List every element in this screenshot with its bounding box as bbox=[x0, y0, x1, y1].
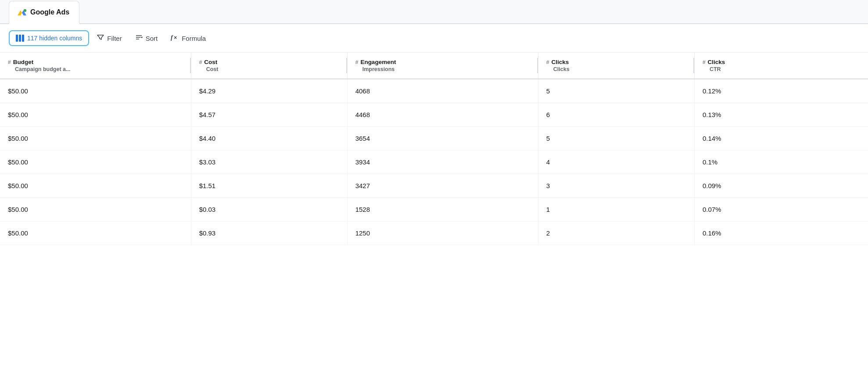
columns-icon bbox=[16, 35, 24, 42]
tab-bar: Google Ads bbox=[0, 0, 868, 24]
cell-impressions-row0: 4068 bbox=[347, 79, 538, 103]
hidden-columns-button[interactable]: 117 hidden columns bbox=[9, 30, 89, 46]
svg-text:×: × bbox=[174, 35, 177, 41]
table-row: $50.00$3.03393440.1% bbox=[0, 150, 868, 174]
col-header-ctr[interactable]: # Clicks CTR bbox=[694, 53, 868, 79]
formula-icon: f × bbox=[171, 34, 179, 43]
col-header-clicks[interactable]: # Clicks Clicks bbox=[538, 53, 694, 79]
cell-impressions-row4: 3427 bbox=[347, 174, 538, 198]
col-top-ctr: Clicks bbox=[708, 59, 725, 65]
table-row: $50.00$4.57446860.13% bbox=[0, 103, 868, 127]
cell-clicks-row4: 3 bbox=[538, 174, 694, 198]
cell-impressions-row1: 4468 bbox=[347, 103, 538, 127]
cell-impressions-row6: 1250 bbox=[347, 221, 538, 245]
svg-marker-0 bbox=[18, 10, 22, 15]
cell-ctr-row3: 0.1% bbox=[694, 150, 868, 174]
cell-clicks-row6: 2 bbox=[538, 221, 694, 245]
tab-label: Google Ads bbox=[30, 8, 69, 16]
col-header-budget[interactable]: # Budget Campaign budget a... bbox=[0, 53, 191, 79]
cell-clicks-row0: 5 bbox=[538, 79, 694, 103]
cell-clicks-row3: 4 bbox=[538, 150, 694, 174]
sort-button[interactable]: Sort bbox=[130, 30, 163, 46]
cell-ctr-row4: 0.09% bbox=[694, 174, 868, 198]
col-type-icon-cost: # bbox=[199, 59, 202, 65]
cell-cost-row5: $0.03 bbox=[191, 198, 347, 221]
sort-icon bbox=[135, 34, 143, 43]
col-top-clicks: Clicks bbox=[552, 59, 569, 65]
cell-budget-row4: $50.00 bbox=[0, 174, 191, 198]
table-row: $50.00$4.40365450.14% bbox=[0, 127, 868, 150]
col-type-icon-ctr: # bbox=[703, 59, 706, 65]
filter-icon bbox=[97, 34, 104, 43]
cell-clicks-row1: 6 bbox=[538, 103, 694, 127]
col-sub-ctr: CTR bbox=[703, 66, 860, 72]
cell-ctr-row1: 0.13% bbox=[694, 103, 868, 127]
cell-ctr-row6: 0.16% bbox=[694, 221, 868, 245]
col-sub-budget: Campaign budget a... bbox=[8, 66, 183, 72]
tab-google-ads[interactable]: Google Ads bbox=[9, 1, 79, 24]
cell-ctr-row0: 0.12% bbox=[694, 79, 868, 103]
cell-cost-row0: $4.29 bbox=[191, 79, 347, 103]
cell-budget-row1: $50.00 bbox=[0, 103, 191, 127]
cell-clicks-row5: 1 bbox=[538, 198, 694, 221]
cell-impressions-row3: 3934 bbox=[347, 150, 538, 174]
filter-button[interactable]: Filter bbox=[92, 30, 127, 46]
cell-cost-row4: $1.51 bbox=[191, 174, 347, 198]
col-sub-clicks: Clicks bbox=[546, 66, 686, 72]
cell-budget-row3: $50.00 bbox=[0, 150, 191, 174]
col-type-icon-clicks: # bbox=[546, 59, 549, 65]
col-type-icon-budget: # bbox=[8, 59, 11, 65]
cell-budget-row6: $50.00 bbox=[0, 221, 191, 245]
svg-point-2 bbox=[24, 9, 26, 12]
cell-cost-row2: $4.40 bbox=[191, 127, 347, 150]
cell-ctr-row2: 0.14% bbox=[694, 127, 868, 150]
cell-clicks-row2: 5 bbox=[538, 127, 694, 150]
table-row: $50.00$4.29406850.12% bbox=[0, 79, 868, 103]
col-top-budget: Budget bbox=[13, 59, 34, 65]
table-row: $50.00$0.03152810.07% bbox=[0, 198, 868, 221]
cell-cost-row3: $3.03 bbox=[191, 150, 347, 174]
col-header-cost[interactable]: # Cost Cost bbox=[191, 53, 347, 79]
cell-ctr-row5: 0.07% bbox=[694, 198, 868, 221]
cell-budget-row2: $50.00 bbox=[0, 127, 191, 150]
cell-impressions-row5: 1528 bbox=[347, 198, 538, 221]
col-header-engagement[interactable]: # Engagement Impressions bbox=[347, 53, 538, 79]
col-type-icon-engagement: # bbox=[355, 59, 359, 65]
cell-impressions-row2: 3654 bbox=[347, 127, 538, 150]
filter-label: Filter bbox=[107, 35, 122, 42]
cell-budget-row5: $50.00 bbox=[0, 198, 191, 221]
cell-budget-row0: $50.00 bbox=[0, 79, 191, 103]
toolbar: 117 hidden columns Filter Sort f × bbox=[0, 24, 868, 53]
data-table-container: # Budget Campaign budget a... # Cost Cos… bbox=[0, 53, 868, 245]
hidden-columns-label: 117 hidden columns bbox=[27, 35, 82, 42]
col-top-cost: Cost bbox=[204, 59, 217, 65]
cell-cost-row1: $4.57 bbox=[191, 103, 347, 127]
col-sub-cost: Cost bbox=[199, 66, 339, 72]
formula-label: Formula bbox=[182, 35, 206, 42]
svg-text:f: f bbox=[171, 34, 173, 41]
sort-label: Sort bbox=[146, 35, 158, 42]
col-sub-engagement: Impressions bbox=[355, 66, 530, 72]
google-ads-icon bbox=[17, 7, 27, 17]
table-header-row: # Budget Campaign budget a... # Cost Cos… bbox=[0, 53, 868, 79]
col-top-engagement: Engagement bbox=[360, 59, 396, 65]
data-table: # Budget Campaign budget a... # Cost Cos… bbox=[0, 53, 868, 245]
table-row: $50.00$0.93125020.16% bbox=[0, 221, 868, 245]
table-row: $50.00$1.51342730.09% bbox=[0, 174, 868, 198]
cell-cost-row6: $0.93 bbox=[191, 221, 347, 245]
formula-button[interactable]: f × Formula bbox=[165, 30, 211, 46]
